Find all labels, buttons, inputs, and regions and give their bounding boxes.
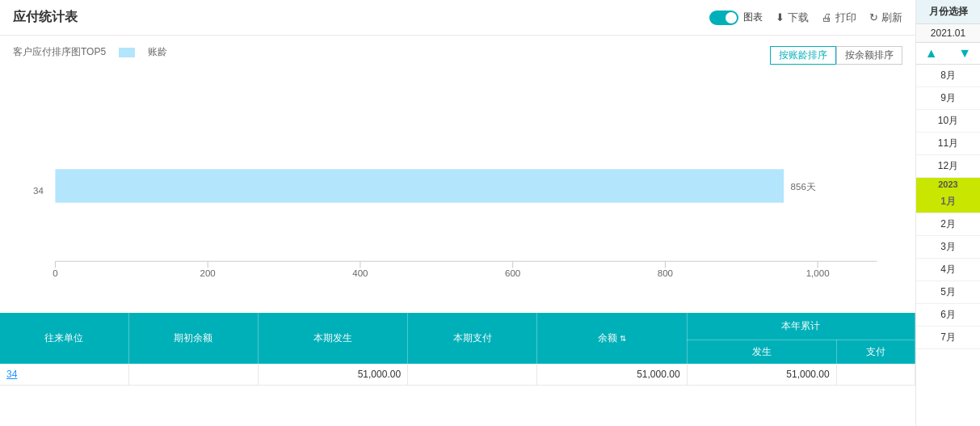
chart-toggle-container[interactable]: 图表 xyxy=(709,11,763,25)
refresh-icon: ↻ xyxy=(869,11,878,23)
col-source: 往来单位 xyxy=(0,313,128,364)
chart-bar xyxy=(55,169,784,202)
cell-balance: 51,000.00 xyxy=(537,364,687,386)
chart-legend-item: 账龄 xyxy=(148,45,167,59)
sidebar-nav: ▲ ▼ xyxy=(916,43,980,65)
svg-text:1,000: 1,000 xyxy=(806,268,830,278)
chart-svg: 34 856天 0 200 400 600 800 1,000 xyxy=(13,69,902,303)
chart-sort-buttons: 按账龄排序 按余额排序 xyxy=(770,46,902,65)
sidebar-month-item[interactable]: 8月 xyxy=(916,65,980,87)
chart-wrapper: 34 856天 0 200 400 600 800 1,000 xyxy=(13,69,902,303)
sort-by-amount-button[interactable]: 按账龄排序 xyxy=(770,46,836,65)
sidebar-month-item[interactable]: 5月 xyxy=(916,281,980,304)
svg-text:200: 200 xyxy=(200,268,216,278)
balance-sort-icon: ⇅ xyxy=(620,334,626,343)
sidebar-months: 8月9月10月11月12月20231月2月3月4月5月6月7月 xyxy=(916,65,980,426)
cell-opening xyxy=(128,364,258,386)
svg-text:600: 600 xyxy=(505,268,520,278)
col-balance: 余额 ⇅ xyxy=(537,313,687,364)
col-payment: 本期支付 xyxy=(408,313,537,364)
balance-label: 余额 xyxy=(598,332,617,344)
svg-text:856天: 856天 xyxy=(791,182,815,192)
chart-legend-label: 客户应付排序图TOP5 xyxy=(13,45,106,59)
col-ytd: 本年累计 xyxy=(687,313,915,340)
sidebar-month-item[interactable]: 10月 xyxy=(916,110,980,133)
chart-header: 客户应付排序图TOP5 账龄 按账龄排序 按余额排序 xyxy=(13,45,902,65)
sidebar-month-item[interactable]: 9月 xyxy=(916,87,980,110)
svg-text:400: 400 xyxy=(352,268,368,278)
legend-color-box xyxy=(119,48,135,57)
print-button[interactable]: 🖨 打印 xyxy=(822,11,856,25)
svg-text:0: 0 xyxy=(53,268,57,278)
download-icon: ⬇ xyxy=(776,11,784,23)
refresh-label: 刷新 xyxy=(881,11,902,25)
download-button[interactable]: ⬇ 下载 xyxy=(776,11,809,25)
col-current: 本期发生 xyxy=(258,313,407,364)
chart-toggle[interactable] xyxy=(709,11,738,25)
cell-source[interactable]: 34 xyxy=(0,364,128,386)
header-actions: 图表 ⬇ 下载 🖨 打印 ↻ 刷新 xyxy=(709,11,902,25)
sidebar-month-item[interactable]: 7月 xyxy=(916,327,980,349)
chart-area: 客户应付排序图TOP5 账龄 按账龄排序 按余额排序 34 856天 xyxy=(0,36,915,313)
print-label: 打印 xyxy=(835,11,856,25)
sidebar-year-input[interactable] xyxy=(916,24,980,43)
sidebar-month-item[interactable]: 2月 xyxy=(916,213,980,236)
cell-payment xyxy=(408,364,537,386)
sidebar-month-item[interactable]: 1月 xyxy=(916,191,980,213)
table-area: 往来单位 期初余额 本期发生 本期支付 余额 ⇅ 本年累计 发生 支付 34 xyxy=(0,313,915,426)
page-title: 应付统计表 xyxy=(13,9,78,26)
sidebar-header: 月份选择 xyxy=(916,0,980,24)
download-label: 下载 xyxy=(788,11,809,25)
chart-toggle-label: 图表 xyxy=(743,11,763,24)
sidebar-month-item[interactable]: 4月 xyxy=(916,259,980,281)
nav-up-arrow[interactable]: ▲ xyxy=(925,46,938,61)
cell-ytd-pay xyxy=(836,364,915,386)
table-header-row: 往来单位 期初余额 本期发生 本期支付 余额 ⇅ 本年累计 xyxy=(0,313,915,340)
sidebar-month-item[interactable]: 12月 xyxy=(916,155,980,178)
sort-by-balance-button[interactable]: 按余额排序 xyxy=(836,46,902,65)
nav-down-arrow[interactable]: ▼ xyxy=(958,46,971,61)
table-row: 34 51,000.00 51,000.00 51,000.00 xyxy=(0,364,915,386)
sidebar-month-item[interactable]: 11月 xyxy=(916,133,980,155)
svg-text:800: 800 xyxy=(658,268,673,278)
sidebar: 月份选择 ▲ ▼ 8月9月10月11月12月20231月2月3月4月5月6月7月 xyxy=(915,0,980,426)
sidebar-month-item[interactable]: 6月 xyxy=(916,304,980,327)
col-ytd-occur: 发生 xyxy=(687,340,836,365)
svg-text:34: 34 xyxy=(33,186,44,196)
col-ytd-pay: 支付 xyxy=(836,340,915,365)
print-icon: 🖨 xyxy=(822,11,832,23)
refresh-button[interactable]: ↻ 刷新 xyxy=(869,11,902,25)
col-opening: 期初余额 xyxy=(128,313,258,364)
sidebar-month-item[interactable]: 3月 xyxy=(916,236,980,259)
sidebar-year-label: 2023 xyxy=(916,178,980,191)
chart-legend: 客户应付排序图TOP5 账龄 xyxy=(13,45,167,59)
cell-current: 51,000.00 xyxy=(258,364,407,386)
cell-ytd-occur: 51,000.00 xyxy=(687,364,836,386)
data-table: 往来单位 期初余额 本期发生 本期支付 余额 ⇅ 本年累计 发生 支付 34 xyxy=(0,313,915,386)
table-body: 34 51,000.00 51,000.00 51,000.00 xyxy=(0,364,915,386)
app-header: 应付统计表 图表 ⬇ 下载 🖨 打印 ↻ 刷新 xyxy=(0,0,915,36)
